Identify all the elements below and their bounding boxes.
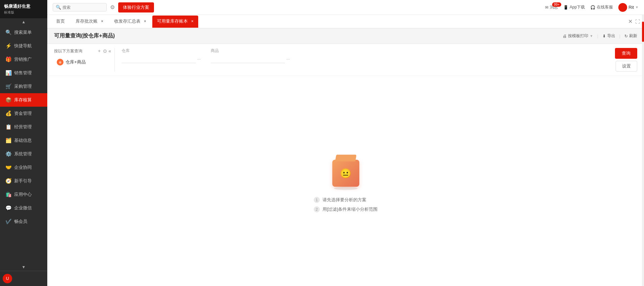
tab-batch-account-close[interactable]: ×: [101, 19, 103, 24]
tab-receipt-summary[interactable]: 收发存汇总表 ×: [109, 16, 151, 28]
page-header: 可用量查询(按仓库+商品) 🖨 按模板打印 ▼ | ⬇ 导出 | ↻ 刷新: [47, 28, 644, 44]
sidebar-item-quick-nav[interactable]: ⚡ 快捷导航: [0, 39, 47, 53]
tip-text-1: 请先选择要分析的方案: [323, 197, 366, 203]
scheme-warehouse-product[interactable]: ⊕ 仓库+商品: [54, 57, 111, 68]
tip-num-2: 2: [314, 206, 320, 212]
app-download-button[interactable]: 📱 App下载: [563, 4, 585, 10]
tab-receipt-summary-close[interactable]: ×: [144, 19, 146, 24]
warehouse-more-button[interactable]: ···: [197, 57, 201, 61]
search-icon-topbar: 🔍: [56, 5, 61, 10]
separator2: |: [619, 33, 620, 38]
chevron-down-icon-print: ▼: [590, 34, 593, 38]
sidebar-label-newbie: 新手引导: [14, 178, 32, 184]
tab-available-ledger-close[interactable]: ×: [191, 19, 194, 24]
sidebar-item-enterprise-wechat[interactable]: 💬 企业微信: [0, 201, 47, 215]
print-button[interactable]: 🖨 按模板打印 ▼: [563, 33, 593, 39]
tabbar: 首页 库存批次账 × 收发存汇总表 × 可用量库存账本 × ✕ ⛶: [47, 15, 644, 28]
basics-icon: 🗂️: [5, 137, 11, 144]
system-icon: ⚙️: [5, 151, 11, 157]
sidebar-scroll-up[interactable]: ▲: [0, 18, 47, 26]
refresh-label: 刷新: [629, 33, 637, 39]
message-button[interactable]: ✉ 消息 99+: [545, 4, 558, 10]
filter-right: 查询 设置: [615, 48, 637, 72]
collapse-scheme-button[interactable]: «: [108, 48, 111, 54]
app-center-icon: 🛍️: [5, 191, 11, 198]
tab-batch-account[interactable]: 库存批次账 ×: [71, 16, 108, 28]
industry-solution-button[interactable]: 体验行业方案: [118, 2, 154, 12]
sidebar-label-membership: 畅会员: [14, 218, 27, 225]
sidebar-item-enterprise[interactable]: 🤝 企业协同: [0, 161, 47, 174]
sidebar-label-app-center: 应用中心: [14, 191, 32, 198]
refresh-icon: ↻: [624, 34, 628, 38]
brand-name: 畅康通好生意: [4, 3, 43, 9]
tab-available-ledger-label: 可用量库存账本: [157, 18, 188, 24]
sidebar-label-sales: 销售管理: [14, 70, 32, 76]
sidebar-item-inventory[interactable]: 📦 库存核算: [0, 93, 47, 107]
product-field-label: 商品: [211, 48, 290, 54]
sidebar-item-sales[interactable]: 📊 销售管理: [0, 66, 47, 80]
sidebar-item-membership[interactable]: ✔️ 畅会员: [0, 215, 47, 228]
sidebar-label-purchase: 采购管理: [14, 83, 32, 89]
sidebar-header: 畅康通好生意 标准版: [0, 0, 47, 18]
tab-available-ledger[interactable]: 可用量库存账本 ×: [152, 16, 198, 28]
page-title: 可用量查询(按仓库+商品): [54, 32, 115, 40]
online-service-button[interactable]: 🎧 在线客服: [590, 4, 613, 10]
sidebar-item-search[interactable]: 🔍 搜索菜单: [0, 26, 47, 39]
product-more-button[interactable]: ···: [286, 57, 290, 61]
warehouse-field-input[interactable]: [122, 55, 196, 63]
query-button[interactable]: 查询: [615, 48, 637, 59]
tabbar-close-button[interactable]: ✕: [628, 18, 633, 25]
scrollbar-thumb: [642, 22, 644, 42]
filter-fields: 仓库 ··· 商品 ···: [115, 48, 615, 72]
sidebar-item-basics[interactable]: 🗂️ 基础信息: [0, 134, 47, 147]
user-avatar-small: U: [3, 274, 12, 283]
right-scrollbar[interactable]: [642, 15, 644, 286]
filter-schemes-header: 按以下方案查询 ＋ ⊙ «: [54, 48, 111, 54]
print-label: 按模板打印: [568, 33, 588, 39]
sidebar-item-system[interactable]: ⚙️ 系统管理: [0, 147, 47, 161]
tabbar-expand-button[interactable]: ⛶: [635, 19, 640, 24]
tip-num-1: 1: [314, 197, 320, 203]
sidebar-label-system: 系统管理: [14, 151, 32, 157]
sidebar-item-purchase[interactable]: 🛒 采购管理: [0, 80, 47, 93]
add-scheme-button[interactable]: ＋: [97, 48, 102, 54]
empty-state: 😐 1 请先选择要分析的方案 2 用[过滤]条件来缩小分析范围: [47, 76, 644, 286]
illustration-box: 😐: [332, 160, 359, 187]
sidebar-bottom-user[interactable]: U: [0, 271, 47, 286]
sidebar-label-inventory: 库存核算: [14, 97, 32, 103]
sidebar-label-enterprise: 企业协同: [14, 164, 32, 171]
membership-icon: ✔️: [5, 218, 11, 225]
sidebar-scroll-down[interactable]: ▼: [0, 263, 47, 271]
topbar-left: 🔍 ⚙ 体验行业方案: [53, 2, 154, 12]
sidebar-item-newbie[interactable]: 🧭 新手引导: [0, 174, 47, 188]
refresh-button[interactable]: ↻ 刷新: [624, 33, 637, 39]
separator1: |: [597, 33, 598, 38]
settings-scheme-button[interactable]: ⊙: [103, 48, 107, 54]
scheme-label: 仓库+商品: [66, 59, 86, 65]
inventory-icon: 📦: [5, 97, 11, 103]
illustration-shadow: [334, 187, 358, 190]
sidebar-item-marketing[interactable]: 🎁 营销推广: [0, 53, 47, 66]
user-avatar: [618, 3, 627, 12]
empty-tip-2: 2 用[过滤]条件来缩小分析范围: [314, 206, 378, 212]
sidebar-label-finance: 资金管理: [14, 110, 32, 116]
tab-home[interactable]: 首页: [51, 16, 70, 28]
app-icon: 📱: [563, 5, 568, 10]
page-actions: 🖨 按模板打印 ▼ | ⬇ 导出 | ↻ 刷新: [563, 33, 637, 39]
service-icon: 🎧: [590, 5, 595, 10]
search-input[interactable]: [62, 5, 96, 10]
sidebar-item-operations[interactable]: 📋 经营管理: [0, 120, 47, 134]
export-button[interactable]: ⬇ 导出: [602, 33, 615, 39]
tabbar-actions: ✕ ⛶: [628, 18, 640, 25]
user-menu[interactable]: Rit ▼: [618, 3, 639, 12]
sidebar: 畅康通好生意 标准版 ▲ 🔍 搜索菜单 ⚡ 快捷导航 🎁 营销推广 📊 销售管理…: [0, 0, 47, 286]
sidebar-item-app-center[interactable]: 🛍️ 应用中心: [0, 188, 47, 201]
filter-schemes-title: 按以下方案查询: [54, 48, 82, 54]
gear-icon[interactable]: ⚙: [110, 4, 115, 10]
sidebar-label-quick-nav: 快捷导航: [14, 43, 32, 49]
product-field-input[interactable]: [211, 55, 285, 63]
table-settings-button[interactable]: 设置: [616, 61, 637, 72]
sidebar-item-finance[interactable]: 💰 资金管理: [0, 107, 47, 120]
message-badge: 99+: [552, 2, 561, 7]
newbie-icon: 🧭: [5, 178, 11, 184]
